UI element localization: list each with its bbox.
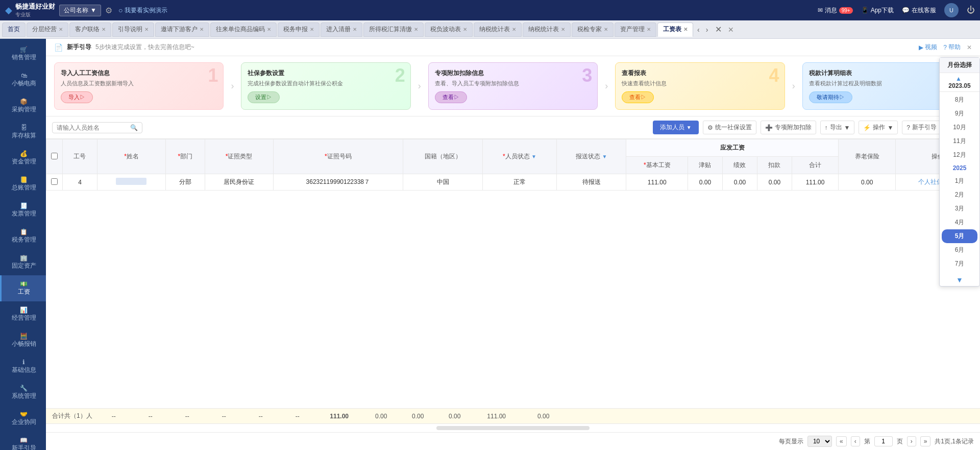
sidebar-item-basic[interactable]: ℹ 基础信息: [0, 353, 46, 380]
search-input[interactable]: [57, 124, 128, 131]
tab-7[interactable]: 进入清册 ✕: [321, 22, 362, 37]
guide-close-btn[interactable]: ✕: [967, 44, 972, 51]
tab-close-icon[interactable]: ✕: [200, 27, 204, 32]
tab-close-all-btn[interactable]: ✕: [728, 26, 734, 34]
row-checkbox[interactable]: [51, 178, 58, 185]
export-btn[interactable]: ↑ 导出 ▼: [820, 121, 855, 134]
page-input[interactable]: 1: [874, 436, 893, 446]
per-page-select[interactable]: 10 20 50: [807, 436, 832, 447]
tab-close-icon[interactable]: ✕: [414, 27, 418, 32]
social-security-btn[interactable]: ⚙ 统一社保设置: [703, 121, 756, 134]
online-service-btn[interactable]: 💬 在线客服: [902, 6, 936, 15]
step-btn-4[interactable]: 查看▷: [622, 91, 654, 103]
tab-close-icon[interactable]: ✕: [604, 27, 608, 32]
app-download-btn[interactable]: 📱 App下载: [861, 6, 894, 15]
horizontal-scrollbar[interactable]: [436, 426, 590, 430]
tab-5[interactable]: 往来单位商品编码 ✕: [210, 22, 277, 37]
tab-9[interactable]: 税负波动表 ✕: [425, 22, 473, 37]
newcomer-guide-btn[interactable]: ? 新手引导: [902, 121, 941, 134]
guide-help-link[interactable]: ? 帮助: [943, 43, 961, 52]
tab-10[interactable]: 纳税统计表 ✕: [474, 22, 522, 37]
special-deduction-btn[interactable]: ➕ 专项附加扣除: [761, 121, 816, 134]
month-2[interactable]: 2月: [942, 188, 977, 202]
company-dropdown[interactable]: 公司名称 ▼: [59, 5, 101, 16]
guide-video-link[interactable]: ▶ 视频: [919, 43, 937, 52]
month-7[interactable]: 7月: [942, 257, 977, 271]
month-1[interactable]: 1月: [942, 174, 977, 188]
month-11[interactable]: 11月: [942, 134, 977, 148]
next-page-btn[interactable]: ›: [907, 436, 916, 446]
select-all-checkbox[interactable]: [51, 153, 58, 159]
sidebar-item-inventory[interactable]: 🗄 库存核算: [0, 119, 46, 145]
sidebar-item-assets[interactable]: 🏢 固定资产: [0, 249, 46, 275]
tab-wages[interactable]: 工资表 ✕: [657, 22, 693, 37]
step-btn-3[interactable]: 查看▷: [435, 91, 467, 103]
th-send-status: 报送状态 ▼: [557, 139, 626, 174]
sidebar-item-expense[interactable]: 🧮 小畅报销: [0, 327, 46, 353]
month-10[interactable]: 10月: [942, 121, 977, 134]
tab-prev-btn[interactable]: ‹: [694, 26, 703, 34]
month-9[interactable]: 9月: [942, 107, 977, 121]
nav-down-icon[interactable]: ▼: [956, 276, 963, 284]
message-btn[interactable]: ✉ 消息 99+: [818, 6, 853, 15]
step-btn-2[interactable]: 设置▷: [248, 91, 280, 103]
tab-1[interactable]: 分层经营 ✕: [27, 22, 68, 37]
sidebar-item-tax[interactable]: 📋 税务管理: [0, 223, 46, 249]
month-8[interactable]: 8月: [942, 93, 977, 107]
status-filter-icon[interactable]: ▼: [531, 154, 536, 159]
tab-2[interactable]: 客户联络 ✕: [69, 22, 111, 37]
demo-link[interactable]: ○ 我要看实例演示: [118, 6, 167, 15]
tab-close-icon[interactable]: ✕: [353, 27, 357, 32]
tab-close-icon[interactable]: ✕: [561, 27, 565, 32]
sidebar-item-collab[interactable]: 🤝 企业协同: [0, 406, 46, 432]
tab-close-icon[interactable]: ✕: [463, 27, 467, 32]
tab-close-icon[interactable]: ✕: [267, 27, 271, 32]
month-12[interactable]: 12月: [942, 148, 977, 162]
tab-add-btn[interactable]: ✕: [711, 25, 726, 34]
tab-close-active-icon[interactable]: ✕: [683, 27, 688, 32]
last-page-btn[interactable]: »: [920, 436, 931, 446]
settings-icon[interactable]: ⚙: [105, 6, 112, 15]
month-4[interactable]: 4月: [942, 216, 977, 229]
prev-page-btn[interactable]: ‹: [851, 436, 860, 446]
tab-close-icon[interactable]: ✕: [647, 27, 651, 32]
tab-next-btn[interactable]: ›: [703, 26, 712, 34]
tab-home[interactable]: 首页: [2, 22, 26, 37]
sidebar-item-guide[interactable]: 📖 新手引导: [0, 432, 46, 450]
add-person-btn[interactable]: 添加人员 ▼: [653, 121, 699, 134]
sidebar-item-ecommerce[interactable]: 🛍 小畅电商: [0, 67, 46, 93]
tab-4[interactable]: 邀请下游客户 ✕: [155, 22, 209, 37]
sidebar-item-operations[interactable]: 📊 经营管理: [0, 301, 46, 327]
power-icon[interactable]: ⏻: [967, 6, 975, 15]
month-5[interactable]: 5月: [942, 229, 977, 243]
tab-close-icon[interactable]: ✕: [512, 27, 516, 32]
tab-close-icon[interactable]: ✕: [310, 27, 314, 32]
sidebar-item-ledger[interactable]: 📒 总账管理: [0, 171, 46, 197]
sidebar-item-wages[interactable]: 💵 工资: [0, 275, 46, 301]
tab-11[interactable]: 纳税统计表 ✕: [523, 22, 571, 37]
step-btn-5[interactable]: 敬请期待▷: [809, 91, 852, 103]
operations-btn[interactable]: ⚡ 操作 ▼: [859, 121, 898, 134]
sidebar-item-sales[interactable]: 🛒 销售管理: [0, 41, 46, 67]
send-filter-icon[interactable]: ▼: [602, 154, 607, 159]
month-3[interactable]: 3月: [942, 202, 977, 216]
first-page-btn[interactable]: «: [836, 436, 847, 446]
tab-8[interactable]: 所得税汇算清缴 ✕: [363, 22, 424, 37]
avatar[interactable]: U: [944, 3, 959, 17]
month-panel-nav-up[interactable]: ▲: [955, 75, 962, 82]
sidebar-item-purchase[interactable]: 📦 采购管理: [0, 93, 46, 119]
step-btn-1[interactable]: 导入▷: [61, 91, 93, 103]
tab-6[interactable]: 税务申报 ✕: [278, 22, 320, 37]
tab-3[interactable]: 引导说明 ✕: [112, 22, 154, 37]
tab-close-icon[interactable]: ✕: [102, 27, 106, 32]
tab-12[interactable]: 税检专家 ✕: [572, 22, 614, 37]
sidebar-item-finance[interactable]: 💰 资金管理: [0, 145, 46, 171]
month-6[interactable]: 6月: [942, 243, 977, 257]
sidebar-item-invoice[interactable]: 🧾 发票管理: [0, 197, 46, 223]
tab-close-icon[interactable]: ✕: [59, 27, 63, 32]
tab-close-icon[interactable]: ✕: [144, 27, 149, 32]
sidebar-item-system[interactable]: 🔧 系统管理: [0, 380, 46, 406]
month-panel-nav-down[interactable]: ▼: [940, 274, 979, 286]
tab-13[interactable]: 资产管理 ✕: [615, 22, 656, 37]
search-icon[interactable]: 🔍: [130, 124, 138, 131]
